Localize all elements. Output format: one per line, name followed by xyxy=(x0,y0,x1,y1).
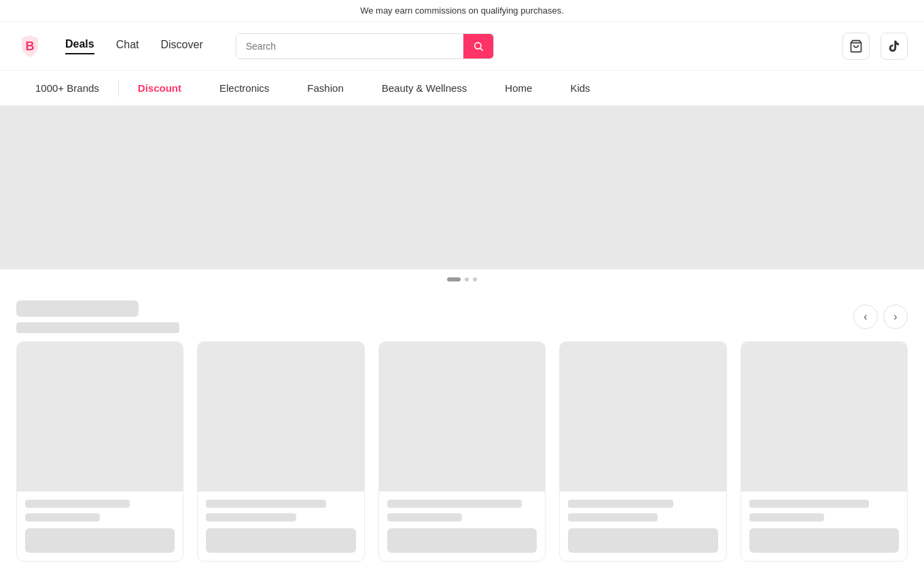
product-info xyxy=(379,492,545,561)
search-icon xyxy=(473,41,484,52)
product-card[interactable] xyxy=(16,341,183,562)
cat-beauty[interactable]: Beauty & Wellness xyxy=(363,71,486,105)
hero-banner xyxy=(0,106,924,269)
product-title-skeleton xyxy=(568,500,673,508)
product-title-skeleton xyxy=(25,500,130,508)
products-section: ‹ › xyxy=(0,290,924,578)
cat-fashion[interactable]: Fashion xyxy=(288,71,362,105)
product-card[interactable] xyxy=(559,341,726,562)
section-sub-skeleton xyxy=(16,322,179,333)
header: B Deals Chat Discover xyxy=(0,22,924,71)
prev-arrow[interactable]: ‹ xyxy=(853,305,878,329)
header-icons xyxy=(842,33,908,60)
tiktok-button[interactable] xyxy=(881,33,908,60)
product-card[interactable] xyxy=(741,341,908,562)
product-price-skeleton xyxy=(387,513,462,521)
nav-deals[interactable]: Deals xyxy=(65,38,94,54)
top-banner: We may earn commissions on qualifying pu… xyxy=(0,0,924,22)
tiktok-icon xyxy=(887,39,901,53)
product-price-skeleton xyxy=(25,513,100,521)
product-info xyxy=(17,492,183,561)
cat-kids[interactable]: Kids xyxy=(551,71,609,105)
search-input[interactable] xyxy=(236,34,463,58)
cat-brands[interactable]: 1000+ Brands xyxy=(16,71,118,105)
nav-arrows: ‹ › xyxy=(853,305,908,329)
carousel-dot-2[interactable] xyxy=(465,277,469,281)
product-price-skeleton xyxy=(206,513,296,521)
carousel-dot-3[interactable] xyxy=(473,277,477,281)
section-titles xyxy=(16,300,179,333)
product-info xyxy=(741,492,907,561)
svg-point-2 xyxy=(474,42,480,48)
product-image-skeleton xyxy=(560,342,726,492)
product-title-skeleton xyxy=(387,500,522,508)
product-card[interactable] xyxy=(197,341,364,562)
product-btn-skeleton xyxy=(568,528,717,553)
search-input-wrapper xyxy=(236,33,494,59)
logo[interactable]: B xyxy=(16,33,43,60)
cat-discount[interactable]: Discount xyxy=(119,71,200,105)
product-image-skeleton xyxy=(17,342,183,492)
product-title-skeleton xyxy=(749,500,869,508)
product-info xyxy=(198,492,363,561)
svg-text:B: B xyxy=(26,39,35,53)
product-image-skeleton xyxy=(198,342,363,492)
product-btn-skeleton xyxy=(387,528,537,553)
products-row xyxy=(16,341,908,562)
product-card[interactable] xyxy=(378,341,546,562)
cart-button[interactable] xyxy=(842,33,870,60)
product-btn-skeleton xyxy=(206,528,355,553)
main-nav: Deals Chat Discover xyxy=(65,38,203,54)
product-btn-skeleton xyxy=(749,528,899,553)
next-arrow[interactable]: › xyxy=(883,305,908,329)
product-image-skeleton xyxy=(379,342,545,492)
search-bar xyxy=(236,33,821,59)
cat-home[interactable]: Home xyxy=(486,71,551,105)
product-price-skeleton xyxy=(568,513,658,521)
svg-line-3 xyxy=(480,48,483,51)
carousel-dots xyxy=(0,269,924,290)
cart-icon xyxy=(849,39,863,53)
product-image-skeleton xyxy=(741,342,907,492)
section-title-skeleton xyxy=(16,300,139,317)
section-header: ‹ › xyxy=(16,300,908,333)
banner-text: We may earn commissions on qualifying pu… xyxy=(360,5,564,16)
category-nav: 1000+ Brands Discount Electronics Fashio… xyxy=(0,71,924,106)
nav-discover[interactable]: Discover xyxy=(161,39,203,54)
product-title-skeleton xyxy=(206,500,325,508)
nav-chat[interactable]: Chat xyxy=(116,39,139,54)
cat-electronics[interactable]: Electronics xyxy=(200,71,288,105)
search-button[interactable] xyxy=(463,34,493,58)
product-price-skeleton xyxy=(749,513,824,521)
product-info xyxy=(560,492,726,561)
product-btn-skeleton xyxy=(25,528,175,553)
carousel-dot-1[interactable] xyxy=(447,277,461,281)
